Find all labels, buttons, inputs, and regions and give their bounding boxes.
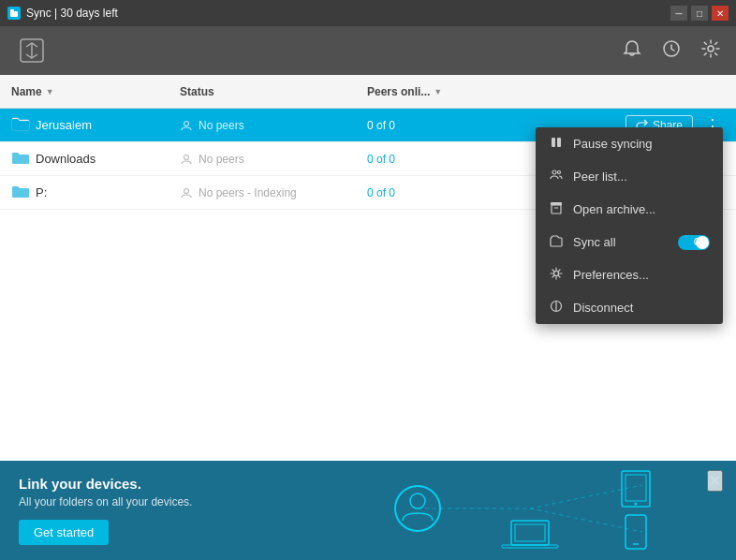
row-status: No peers (180, 119, 367, 132)
maximize-button[interactable]: □ (691, 6, 708, 21)
row-name: P: (11, 184, 180, 201)
svg-rect-26 (502, 545, 558, 548)
close-button[interactable]: ✕ (712, 6, 729, 21)
title-bar: Sync | 30 days left ─ □ ✕ (0, 0, 736, 26)
bottom-banner: Link your devices. All your folders on a… (0, 461, 736, 560)
svg-rect-10 (557, 138, 561, 147)
folder-icon (11, 116, 30, 134)
get-started-button[interactable]: Get started (19, 520, 109, 545)
network-illustration (305, 461, 736, 560)
column-peers[interactable]: Peers onli... ▼ (367, 85, 517, 98)
svg-rect-25 (515, 524, 545, 541)
peer-list-icon (549, 169, 564, 184)
row-status: No peers (180, 153, 367, 166)
svg-rect-14 (552, 205, 561, 214)
notification-icon[interactable] (622, 38, 642, 64)
preferences-icon (549, 267, 564, 283)
menu-item-peer-list[interactable]: Peer list... (536, 160, 723, 193)
sync-all-icon (549, 234, 564, 250)
banner-text: Link your devices. All your folders on a… (19, 476, 192, 545)
banner-title: Link your devices. (19, 476, 192, 492)
sync-button[interactable] (15, 34, 49, 67)
svg-point-6 (184, 121, 189, 125)
svg-point-16 (554, 272, 559, 276)
svg-point-11 (552, 170, 556, 174)
column-status: Status (180, 85, 367, 98)
sync-all-toggle[interactable]: On (678, 235, 710, 250)
menu-item-disconnect[interactable]: Disconnect (536, 291, 723, 324)
menu-item-open-archive[interactable]: Open archive... (536, 193, 723, 226)
row-peers: 0 of 0 (367, 119, 461, 132)
menu-item-preferences[interactable]: Preferences... (536, 258, 723, 291)
pause-icon (549, 136, 564, 152)
folder-icon (11, 184, 30, 201)
app-icon (7, 7, 21, 20)
table-header: Name ▼ Status Peers onli... ▼ (0, 75, 736, 109)
row-peers: 0 of 0 (367, 186, 461, 199)
toolbar (0, 26, 736, 75)
row-peers: 0 of 0 (367, 153, 461, 166)
svg-point-8 (184, 188, 189, 193)
svg-point-5 (708, 46, 714, 52)
svg-rect-1 (10, 9, 14, 12)
sort-arrow-peers: ▼ (434, 87, 442, 96)
svg-rect-9 (552, 138, 555, 147)
minimize-button[interactable]: ─ (670, 6, 687, 21)
sort-arrow-name: ▼ (46, 87, 54, 96)
svg-point-29 (635, 503, 638, 506)
row-name: Downloads (11, 150, 180, 168)
context-menu: Pause syncing Peer list... Open archive.… (536, 127, 723, 324)
row-name: Jerusalem (11, 116, 180, 134)
history-icon[interactable] (661, 38, 682, 64)
column-name[interactable]: Name ▼ (11, 85, 180, 98)
toggle-knob (696, 236, 709, 249)
settings-icon[interactable] (700, 38, 721, 64)
svg-point-23 (410, 494, 425, 508)
svg-point-7 (184, 155, 189, 159)
disconnect-icon (549, 300, 564, 316)
row-status: No peers - Indexing (180, 186, 367, 199)
folder-icon (11, 150, 30, 168)
banner-subtitle: All your folders on all your devices. (19, 495, 192, 508)
title-text: Sync | 30 days left (26, 7, 118, 20)
menu-item-pause[interactable]: Pause syncing (536, 127, 723, 160)
menu-item-sync-all[interactable]: Sync all On (536, 226, 723, 258)
svg-point-12 (558, 171, 561, 174)
archive-icon (549, 201, 564, 217)
